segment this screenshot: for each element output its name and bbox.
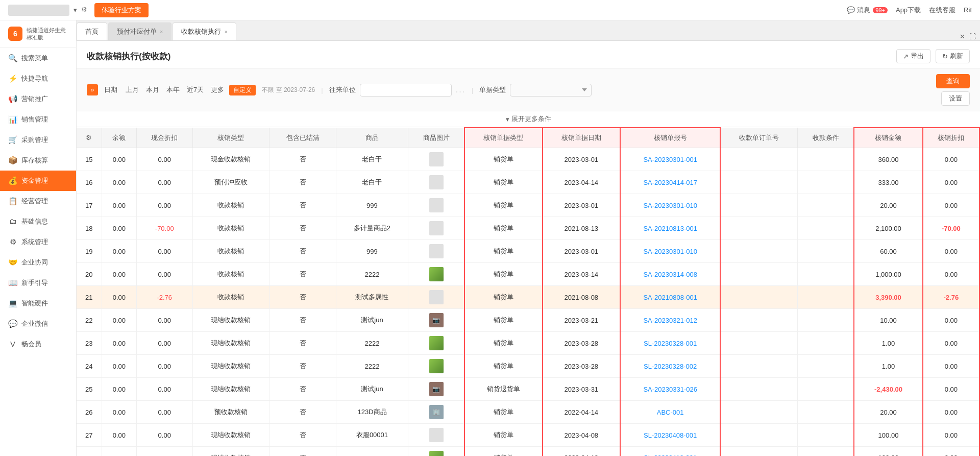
from-unit-group: 往来单位 ... — [329, 84, 465, 97]
expand-more-area: ▾ 展开更多条件 — [77, 111, 980, 127]
doc-link[interactable]: ABC-001 — [657, 409, 684, 416]
doc-link[interactable]: SA-20230301-010 — [643, 248, 697, 255]
sidebar-item-销售管理[interactable]: 📊销售管理 — [0, 109, 76, 130]
cell-writeoff_doc_type: 销货单 — [464, 171, 542, 194]
online-service[interactable]: 在线客服 — [929, 6, 955, 15]
cell-writeoff_doc_type: 销货单 — [464, 332, 542, 355]
table-row: 250.000.00现结收款核销否测试jun📷销货退货单2023-03-31SA… — [77, 378, 979, 401]
sidebar-label: 系统管理 — [21, 237, 48, 247]
from-unit-input[interactable] — [360, 84, 452, 97]
doc-link[interactable]: SL-20230408-001 — [644, 431, 697, 439]
cell-writeoff_doc_type: 销货单 — [464, 309, 542, 332]
sidebar-item-畅会员[interactable]: V畅会员 — [0, 334, 76, 354]
cell-receipt_order_no — [720, 263, 798, 286]
sidebar-item-库存核算[interactable]: 📦库存核算 — [0, 150, 76, 171]
refresh-btn[interactable]: ↻ 刷新 — [936, 49, 970, 63]
tab-预付冲应付单[interactable]: 预付冲应付单× — [108, 22, 172, 40]
doc-link[interactable]: SA-20210808-001 — [643, 294, 697, 301]
cell-writeoff_amount: 1,000.00 — [854, 263, 922, 286]
doc-link[interactable]: SL-20230328-002 — [644, 363, 697, 370]
cell-balance: 0.00 — [102, 263, 136, 286]
sidebar-logo: 6 畅捷通道好生意标准版 — [0, 20, 76, 48]
sidebar-item-智能硬件[interactable]: 💻智能硬件 — [0, 293, 76, 314]
cell-settings: 24 — [77, 355, 102, 378]
doc-type-label: 单据类型 — [479, 85, 506, 94]
sidebar-label: 智能硬件 — [21, 299, 48, 308]
cell-writeoff_discount: 0.00 — [923, 401, 979, 424]
cell-writeoff_doc_no: SA-20210813-001 — [620, 217, 720, 240]
doc-link[interactable]: SA-20230301-010 — [643, 202, 697, 209]
sidebar-item-新手引导[interactable]: 📖新手引导 — [0, 273, 76, 293]
doc-link[interactable]: SA-20230314-008 — [643, 271, 697, 278]
sidebar-icon: 📊 — [8, 115, 17, 124]
cell-writeoff_doc_date: 2023-04-14 — [543, 171, 620, 194]
sidebar-item-采购管理[interactable]: 🛒采购管理 — [0, 130, 76, 150]
doc-link[interactable]: SA-20230301-001 — [643, 156, 697, 163]
sidebar-icon: 💰 — [8, 176, 17, 185]
cell-cash_discount: 0.00 — [136, 401, 192, 424]
date-btn-this-month[interactable]: 本月 — [144, 84, 161, 95]
date-btn-this-year[interactable]: 本年 — [164, 84, 182, 95]
sidebar-item-企业微信[interactable]: 💬企业微信 — [0, 314, 76, 334]
doc-link[interactable]: SA-20230414-017 — [643, 179, 697, 186]
sidebar-icon: 📢 — [8, 94, 17, 104]
cell-balance: 0.00 — [102, 424, 136, 447]
sidebar-item-快捷导航[interactable]: ⚡快捷导航 — [0, 68, 76, 89]
tab-label: 预付冲应付单 — [117, 27, 157, 36]
logo-dropdown[interactable]: ▾ — [74, 6, 77, 14]
cell-cash_discount: 0.00 — [136, 332, 192, 355]
doc-link[interactable]: SA-20230331-026 — [643, 386, 697, 393]
cell-writeoff_doc_type: 销货单 — [464, 355, 542, 378]
custom-date-btn[interactable]: 自定义 — [229, 85, 256, 95]
cell-write_off_type: 现结收款核销 — [192, 332, 270, 355]
tab-close-icon[interactable]: × — [224, 29, 227, 35]
expand-more-btn[interactable]: ▾ 展开更多条件 — [506, 114, 551, 124]
cell-writeoff_doc_type: 销货单 — [464, 401, 542, 424]
product-image — [429, 290, 444, 304]
cell-receipt_condition — [798, 217, 854, 240]
table-body: 150.000.00现金收款核销否老白干销货单2023-03-01SA-2023… — [77, 148, 979, 457]
cell-writeoff_doc_no: SA-20230314-008 — [620, 263, 720, 286]
product-image: 📷 — [429, 313, 444, 327]
cell-writeoff_discount: 0.00 — [923, 148, 979, 171]
cell-product: 老白干 — [336, 171, 408, 194]
cell-writeoff_doc_no: SL-20230418-001 — [620, 447, 720, 457]
cell-cash_discount: -2.76 — [136, 286, 192, 309]
doc-link[interactable]: SA-20210813-001 — [643, 225, 697, 232]
search-btn[interactable]: 查询 — [936, 74, 970, 88]
settings-gear-icon[interactable]: ⚙ — [81, 6, 90, 15]
sidebar-item-基础信息[interactable]: 🗂基础信息 — [0, 211, 76, 232]
doc-link[interactable]: SA-20230321-012 — [643, 317, 697, 324]
sidebar-item-营销推广[interactable]: 📢营销推广 — [0, 89, 76, 109]
export-btn[interactable]: ↗ 导出 — [896, 49, 930, 63]
expand-window-icon[interactable]: ⛶ — [969, 33, 976, 40]
close-window-icon[interactable]: ✕ — [960, 33, 965, 40]
tab-close-icon[interactable]: × — [160, 29, 163, 35]
cell-include_settled: 否 — [270, 401, 336, 424]
sidebar-item-搜索菜单[interactable]: 🔍搜索菜单 — [0, 48, 76, 68]
doc-type-select[interactable] — [510, 84, 592, 97]
sidebar-item-经营管理[interactable]: 📋经营管理 — [0, 191, 76, 211]
user-name[interactable]: Rit — [964, 6, 972, 14]
date-btn-7days[interactable]: 近7天 — [185, 84, 206, 95]
messages-area[interactable]: 💬 消息 99+ — [847, 6, 888, 15]
tab-首页[interactable]: 首页 — [77, 22, 107, 40]
cell-writeoff_doc_no: SL-20230328-002 — [620, 355, 720, 378]
setting-btn[interactable]: 设置 — [941, 91, 970, 106]
col-header-writeoff_doc_date: 核销单据日期 — [543, 128, 620, 148]
cell-receipt_condition — [798, 171, 854, 194]
date-btn-last-month[interactable]: 上月 — [124, 84, 141, 95]
sidebar-item-企业协同[interactable]: 🤝企业协同 — [0, 252, 76, 273]
app-download[interactable]: App下载 — [896, 6, 921, 15]
table-wrap: ⚙余额现金折扣核销类型包含已结清商品商品图片核销单据类型核销单据日期核销单报号收… — [77, 127, 980, 456]
date-btn-more[interactable]: 更多 — [209, 84, 226, 95]
sidebar-item-系统管理[interactable]: ⚙系统管理 — [0, 232, 76, 252]
sidebar-item-资金管理[interactable]: 💰资金管理 — [0, 171, 76, 191]
doc-link[interactable]: SL-20230328-001 — [644, 340, 697, 347]
cell-writeoff_doc_date: 2021-08-08 — [543, 286, 620, 309]
doc-link[interactable]: SL-20230418-001 — [644, 454, 697, 456]
industry-btn[interactable]: 休验行业方案 — [94, 3, 149, 17]
tab-收款核销执行[interactable]: 收款核销执行× — [173, 22, 236, 40]
filter-expand-btn[interactable]: » — [87, 84, 98, 95]
cell-write_off_type: 现结收款核销 — [192, 424, 270, 447]
